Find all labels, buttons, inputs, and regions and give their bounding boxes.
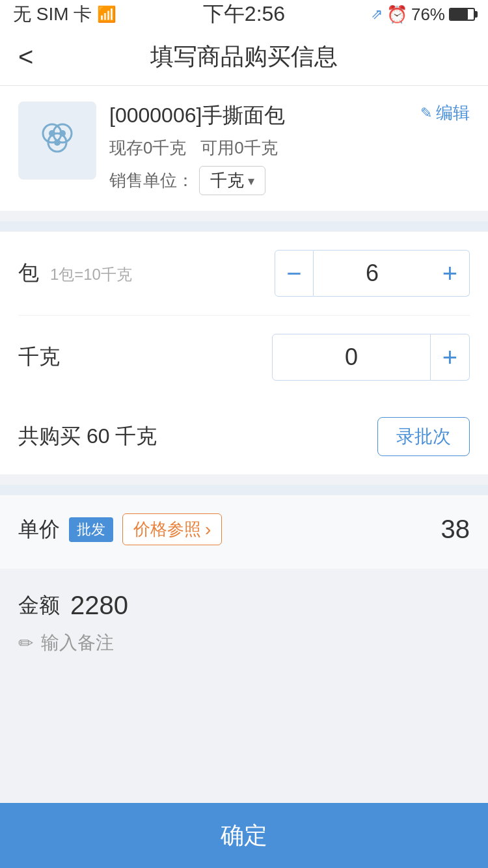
edit-button[interactable]: ✎ 编辑	[420, 102, 470, 124]
price-tag-badge: 批发	[69, 517, 113, 542]
separator-2	[0, 485, 488, 495]
package-label: 包	[18, 261, 39, 284]
product-id: [0000006]	[109, 103, 202, 127]
separator-1	[0, 221, 488, 232]
svg-point-5	[54, 139, 61, 146]
amount-value: 2280	[70, 591, 128, 620]
svg-point-4	[59, 130, 66, 137]
edit-icon: ✎	[420, 105, 432, 122]
product-title: 手撕面包	[202, 103, 285, 127]
summary-section: 共购买 60 千克 录批次	[0, 399, 488, 474]
available-text: 可用0千克	[200, 138, 277, 157]
kilogram-input-row: 千克 +	[18, 316, 470, 399]
amount-section: 金额 2280 ✏ 输入备注	[0, 569, 488, 668]
product-logo	[38, 119, 77, 163]
unit-label: 销售单位：	[109, 169, 194, 192]
remark-text: 输入备注	[41, 631, 114, 655]
kilogram-qty-control: +	[272, 334, 470, 381]
status-left: 无 SIM 卡 📶	[13, 2, 116, 27]
package-qty-control: − +	[275, 250, 470, 297]
product-card: [0000006]手撕面包 ✎ 编辑 现存0千克 可用0千克 销售单位： 千克 …	[0, 86, 488, 211]
battery-icon	[449, 8, 475, 21]
summary-text: 共购买 60 千克	[18, 422, 157, 451]
unit-value: 千克	[210, 169, 244, 192]
location-icon: ⇗	[371, 6, 383, 23]
stock-text: 现存0千克	[109, 138, 186, 157]
kilogram-label-group: 千克	[18, 343, 60, 372]
confirm-button[interactable]: 确定	[0, 803, 488, 868]
product-stock: 现存0千克 可用0千克	[109, 137, 470, 159]
alarm-icon: ⏰	[386, 5, 407, 25]
package-decrement-button[interactable]: −	[275, 250, 314, 297]
page-title: 填写商品购买信息	[150, 41, 338, 73]
svg-point-3	[49, 130, 55, 137]
kilogram-qty-input[interactable]	[272, 334, 431, 381]
remark-icon: ✏	[18, 632, 33, 654]
package-label-group: 包 1包=10千克	[18, 259, 132, 288]
package-input-row: 包 1包=10千克 − +	[18, 232, 470, 316]
status-bar: 无 SIM 卡 📶 下午2:56 ⇗ ⏰ 76%	[0, 0, 488, 29]
status-time: 下午2:56	[203, 0, 285, 29]
product-image	[18, 102, 96, 180]
remark-row[interactable]: ✏ 输入备注	[18, 631, 470, 668]
nav-bar: < 填写商品购买信息	[0, 29, 488, 86]
price-value: 38	[441, 515, 470, 544]
product-unit-row: 销售单位： 千克 ▾	[109, 166, 470, 195]
batch-button[interactable]: 录批次	[377, 417, 470, 456]
kilogram-label: 千克	[18, 345, 60, 368]
price-label-group: 单价 批发 价格参照 ›	[18, 513, 222, 545]
dropdown-arrow-icon: ▾	[248, 173, 254, 189]
carrier-text: 无 SIM 卡	[13, 2, 92, 27]
product-name: [0000006]手撕面包	[109, 102, 285, 130]
amount-label: 金额	[18, 591, 60, 620]
package-hint: 1包=10千克	[50, 265, 132, 283]
price-ref-label: 价格参照	[133, 518, 201, 541]
status-right: ⇗ ⏰ 76%	[371, 5, 475, 25]
unit-selector[interactable]: 千克 ▾	[199, 166, 265, 195]
battery-text: 76%	[411, 5, 445, 25]
price-ref-arrow-icon: ›	[205, 519, 211, 540]
price-section: 单价 批发 价格参照 › 38	[0, 495, 488, 569]
wifi-icon: 📶	[97, 5, 116, 23]
edit-label: 编辑	[436, 102, 470, 124]
package-qty-input[interactable]	[314, 250, 431, 297]
product-info: [0000006]手撕面包 ✎ 编辑 现存0千克 可用0千克 销售单位： 千克 …	[109, 102, 470, 195]
amount-row: 金额 2280	[18, 584, 470, 620]
price-ref-button[interactable]: 价格参照 ›	[122, 513, 222, 545]
package-increment-button[interactable]: +	[431, 250, 470, 297]
unit-price-label: 单价	[18, 515, 60, 544]
kilogram-increment-button[interactable]: +	[431, 334, 470, 381]
price-row: 单价 批发 价格参照 › 38	[18, 513, 470, 545]
input-section: 包 1包=10千克 − + 千克 +	[0, 232, 488, 399]
back-button[interactable]: <	[18, 42, 33, 72]
